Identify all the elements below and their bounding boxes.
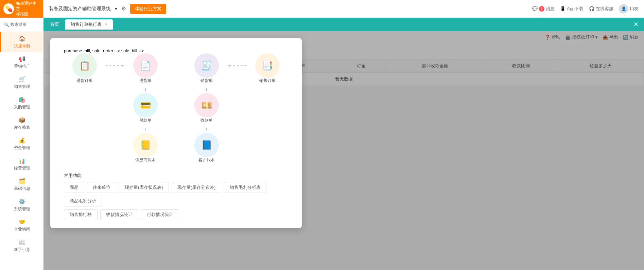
- sale-order-node[interactable]: 📑: [255, 53, 280, 78]
- logo-icon: 💊: [3, 3, 14, 14]
- operations-icon: 📊: [19, 158, 25, 164]
- quick-btn-sales-profit[interactable]: 销售毛利分析表: [224, 182, 266, 193]
- search-icon: 🔍: [4, 22, 9, 27]
- quick-btn-counterparty[interactable]: 往来单位: [87, 182, 116, 193]
- tab-bar: 首页 销售订单执行表 × ✕: [43, 18, 644, 31]
- sidebar-nav: 🏠 快捷导航 📢 营销推广 🛒 销售管理 🛍️ 采购管理 📦 库存核算 💰: [0, 32, 43, 270]
- main-content: 装备及固定资产辅助管理系统 ▾ ⚙ 体验行业方案 💬 5 消息 📱 App下载 …: [43, 0, 644, 270]
- dropdown-icon: ▾: [115, 6, 117, 11]
- guide-icon: 📖: [19, 239, 25, 246]
- purchase-bill-label: 进货单: [139, 78, 152, 84]
- message-icon: 💬: [532, 6, 538, 11]
- quick-buttons-row1: 商品 往来单位 现存量(库存状况表) 现存量(库存分布表) 销售毛利分析表 商品…: [64, 182, 288, 206]
- sidebar-item-guide[interactable]: 📖 新手引导: [0, 236, 43, 256]
- user-menu[interactable]: 👤 用友: [619, 4, 639, 14]
- purchase-order-label: 进货订单: [76, 78, 93, 84]
- message-badge: 5: [539, 6, 544, 12]
- finance-icon: 💰: [19, 137, 25, 144]
- service-icon: 🎧: [589, 6, 594, 11]
- quick-btn-stock-status[interactable]: 现存量(库存状况表): [119, 182, 169, 193]
- marketing-icon: 📢: [19, 56, 25, 62]
- user-avatar: 👤: [619, 4, 628, 14]
- title-dropdown[interactable]: ▾: [115, 6, 117, 11]
- app-title: 装备及固定资产辅助管理系统: [49, 6, 111, 12]
- quick-functions-section: 常用功能 商品 往来单位 现存量(库存状况表) 现存量(库存分布表) 销售毛利分…: [50, 173, 302, 228]
- sidebar-item-finance[interactable]: 💰 资金管理: [0, 134, 43, 154]
- topbar: 装备及固定资产辅助管理系统 ▾ ⚙ 体验行业方案 💬 5 消息 📱 App下载 …: [43, 0, 644, 18]
- tab-sales-order[interactable]: 销售订单执行表 ×: [65, 19, 113, 30]
- sidebar-search[interactable]: 🔍 搜索菜单: [0, 18, 43, 32]
- quick-btn-product[interactable]: 商品: [64, 182, 84, 193]
- quick-btn-stock-dist[interactable]: 现存量(库存分布表): [172, 182, 222, 193]
- sidebar-item-quick[interactable]: 🏠 快捷导航: [0, 32, 43, 52]
- quick-buttons-row2: 销售排行榜 收款情况统计 付款情况统计: [64, 209, 288, 220]
- page-content: ❓ 帮助 🖨️ 按模板打印 ▾ 📤 导出 🔄 刷新: [43, 31, 644, 270]
- quick-btn-product-profit[interactable]: 商品毛利分析: [64, 196, 102, 206]
- supplier-ledger-label: 供应商账本: [135, 157, 156, 163]
- search-menu-button[interactable]: 🔍 搜索菜单: [3, 20, 40, 29]
- sidebar-item-basic[interactable]: 🗂️ 基础信息: [0, 175, 43, 195]
- sale-bill-label: 销货单: [201, 78, 213, 84]
- sidebar: 💊 畅康通好生意 标准版 🔍 搜索菜单 🏠 快捷导航 📢 营销推广 🛒: [0, 0, 43, 270]
- message-button[interactable]: 💬 5 消息: [532, 6, 555, 12]
- sidebar-item-sales[interactable]: 🛒 销售管理: [0, 73, 43, 93]
- payment-in-label: 收款单: [201, 118, 213, 123]
- tab-bar-close-icon[interactable]: ✕: [629, 21, 643, 28]
- logo-text: 畅康通好生意 标准版: [16, 1, 40, 17]
- payment-in-node[interactable]: 💴: [194, 93, 219, 118]
- customer-ledger-label: 客户账本: [198, 157, 215, 163]
- sales-icon: 🛒: [19, 76, 25, 83]
- payment-out-label: 付款单: [139, 118, 152, 123]
- sidebar-item-purchase[interactable]: 🛍️ 采购管理: [0, 93, 43, 113]
- collab-icon: 🤝: [19, 219, 25, 225]
- payment-out-node[interactable]: 💳: [133, 93, 158, 118]
- sidebar-item-collab[interactable]: 🤝 企业协同: [0, 215, 43, 236]
- flow-modal-overlay: purchase_bill, sale_order --> sale_bill …: [43, 31, 644, 270]
- purchase-bill-node[interactable]: 📄: [133, 53, 158, 78]
- tab-home[interactable]: 首页: [45, 19, 65, 30]
- flow-modal: purchase_bill, sale_order --> sale_bill …: [50, 38, 302, 228]
- quick-btn-payment-stats[interactable]: 付款情况统计: [141, 209, 179, 220]
- quick-btn-sales-rank[interactable]: 销售排行榜: [64, 209, 98, 220]
- app-logo: 💊 畅康通好生意 标准版: [0, 0, 43, 18]
- home-icon: 🏠: [19, 35, 25, 42]
- topbar-right: 💬 5 消息 📱 App下载 🎧 在线客服 👤 用友: [532, 4, 639, 14]
- quick-functions-title: 常用功能: [64, 173, 288, 179]
- customer-ledger-node[interactable]: 📘: [194, 133, 219, 157]
- experience-button[interactable]: 体验行业方案: [130, 4, 166, 14]
- basic-icon: 🗂️: [19, 178, 25, 184]
- online-service-button[interactable]: 🎧 在线客服: [589, 6, 613, 12]
- inventory-icon: 📦: [19, 117, 25, 123]
- sale-bill-node[interactable]: 🧾: [194, 53, 219, 78]
- download-icon: 📱: [560, 6, 565, 11]
- settings-icon[interactable]: ⚙: [121, 5, 126, 12]
- sale-order-label: 销售订单: [259, 78, 276, 84]
- purchase-icon: 🛍️: [19, 96, 25, 103]
- system-icon: ⚙️: [19, 198, 25, 205]
- tab-close-icon[interactable]: ×: [105, 22, 107, 27]
- supplier-ledger-node[interactable]: 📒: [133, 133, 158, 157]
- app-download-button[interactable]: 📱 App下载: [560, 6, 584, 12]
- purchase-order-node[interactable]: 📋: [72, 53, 97, 78]
- sidebar-item-system[interactable]: ⚙️ 系统管理: [0, 195, 43, 215]
- sidebar-item-inventory[interactable]: 📦 库存核算: [0, 113, 43, 134]
- sidebar-item-marketing[interactable]: 📢 营销推广: [0, 52, 43, 73]
- sidebar-item-operations[interactable]: 📊 经营管理: [0, 154, 43, 175]
- quick-btn-receipt-stats[interactable]: 收款情况统计: [100, 209, 138, 220]
- flow-diagram: purchase_bill, sale_order --> sale_bill …: [50, 38, 302, 173]
